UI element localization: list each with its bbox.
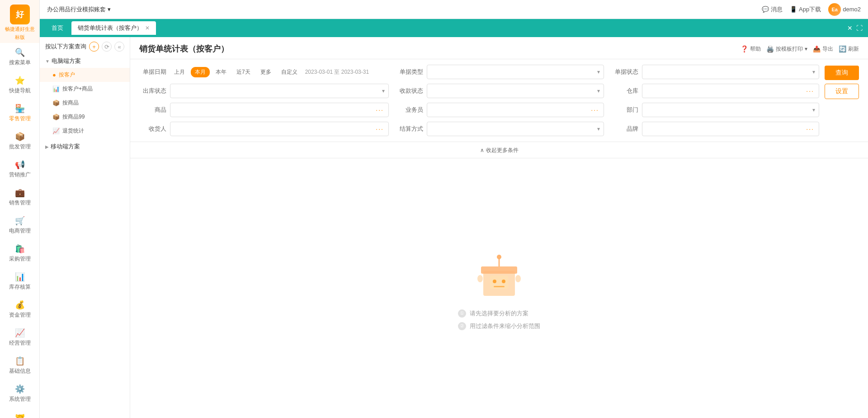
sidebar-item-basic-info-label: 基础信息 [9,367,31,375]
empty-hint-2: ② 用过滤条件来缩小分析范围 [458,322,540,330]
filter-row-3: 商品 ··· 业务员 ··· [139,103,819,117]
product-input[interactable]: ··· [170,103,389,117]
scheme-group-desktop-title[interactable]: ▼ 电脑端方案 [40,54,130,68]
message-btn[interactable]: 💬 消息 [762,5,783,14]
doc-type-arrow-icon: ▾ [597,69,600,75]
add-scheme-btn[interactable]: + [89,42,99,52]
warehouse-input[interactable]: ··· [642,84,819,98]
username: demo2 [843,6,861,13]
scheme-item-by-product-99[interactable]: 📦 按商品99 [40,110,130,124]
empty-hint-1-text: 请先选择要分析的方案 [470,309,528,318]
template-print-btn[interactable]: 🖨️ 按模板打印 ▾ [766,45,807,53]
filter-row-4: 收货人 ··· 结算方式 ▾ [139,122,819,136]
sidebar-item-business-label: 经营管理 [9,339,31,347]
window-controls: ✕ ⛶ [847,24,863,32]
page-title-bar: 销货单统计表（按客户） ❓ 帮助 🖨️ 按模板打印 ▾ 📤 导出 [130,37,868,59]
inventory-icon: 📊 [15,272,25,282]
refresh-scheme-btn[interactable]: ⟳ [102,42,112,52]
collapse-more-btn[interactable]: ∧ 收起更多条件 [480,147,519,154]
close-window-icon[interactable]: ✕ [847,24,853,32]
doc-type-select[interactable]: ▾ [427,65,604,79]
scheme-item-by-product[interactable]: 📦 按商品 [40,96,130,110]
settle-select[interactable]: ▾ [427,122,604,136]
date-this-month[interactable]: 本月 [191,67,210,77]
scheme-group-mobile-title[interactable]: ▶ 移动端方案 [40,140,130,153]
maximize-window-icon[interactable]: ⛶ [856,24,863,32]
brand-input[interactable]: ··· [642,122,819,136]
warehouse-dots-icon: ··· [806,87,814,95]
export-btn[interactable]: 📤 导出 [813,45,833,53]
template-print-label: 按模板打印 [776,45,803,53]
tab-home[interactable]: 首页 [45,21,70,35]
sidebar-item-marketing[interactable]: 📢 营销推广 [0,155,39,183]
download-icon: 📱 [790,6,797,13]
scheme-item-return-stats[interactable]: 📈 退货统计 [40,124,130,138]
consignee-input[interactable]: ··· [170,122,389,136]
scheme-item-by-customer-product[interactable]: 📊 按客户+商品 [40,82,130,96]
settle-label: 结算方式 [396,125,423,133]
logo-subtitle: 标版 [15,34,25,41]
dept-select[interactable]: ▾ [642,103,819,117]
export-label: 导出 [822,45,833,53]
sidebar-item-cooperation[interactable]: 🤝 企业协同 [0,408,39,418]
date-last-month[interactable]: 上月 [170,67,189,77]
hint-num-1: ① [458,309,466,318]
wholesale-icon: 📦 [15,132,25,142]
logo-text: 畅捷通好生意 [5,26,35,33]
salesperson-input[interactable]: ··· [427,103,604,117]
date-shortcuts: 上月 本月 本年 近7天 更多 自定义 [170,67,302,77]
sidebar-item-basic-info[interactable]: 📋 基础信息 [0,352,39,380]
sidebar-item-inventory[interactable]: 📊 库存核算 [0,267,39,295]
by-customer-product-icon: 📊 [52,86,60,92]
collapse-scheme-btn[interactable]: « [114,42,124,52]
user-profile-btn[interactable]: Ea demo2 [828,3,861,16]
receipt-status-select[interactable]: ▾ [427,84,604,98]
industry-dropdown-icon: ▾ [108,6,111,13]
sidebar-item-finance[interactable]: 💰 资金管理 [0,295,39,323]
sidebar-item-quick-nav[interactable]: ⭐ 快捷导航 [0,71,39,99]
sidebar-item-purchase[interactable]: 🛍️ 采购管理 [0,239,39,267]
svg-point-7 [497,255,501,259]
basic-info-icon: 📋 [15,356,25,366]
out-status-arrow-icon: ▾ [382,88,385,94]
sidebar-item-ecommerce[interactable]: 🛒 电商管理 [0,211,39,239]
scheme-panel-actions: + ⟳ « [89,42,124,52]
filter-right: 查询 设置 [825,65,859,99]
settings-button[interactable]: 设置 [825,84,859,99]
sidebar-item-retail[interactable]: 🏪 零售管理 [0,99,39,127]
tab-close-icon[interactable]: ✕ [145,25,150,31]
out-status-select[interactable]: ▾ [170,84,389,98]
filter-row-2: 出库状态 ▾ 收款状态 ▾ [139,84,819,98]
filter-area: 单据日期 上月 本月 本年 近7天 更多 自定义 2023-03-01 至 20… [130,59,868,142]
doc-status-select[interactable]: ▾ [642,65,819,79]
sidebar-item-business[interactable]: 📈 经营管理 [0,323,39,352]
svg-point-3 [493,280,496,283]
salesperson-dots-icon: ··· [591,106,599,114]
print-icon: 🖨️ [766,45,774,52]
industry-name: 办公用品行业模拟账套 [47,5,106,14]
sidebar-item-system[interactable]: ⚙️ 系统管理 [0,380,39,408]
product-dots-icon: ··· [376,106,384,114]
tab-sales-stats[interactable]: 销货单统计表（按客户） ✕ [71,21,156,35]
date-custom[interactable]: 自定义 [277,67,302,77]
date-more[interactable]: 更多 [256,67,275,77]
dept-arrow-icon: ▾ [812,107,815,113]
date-last-7-days[interactable]: 近7天 [232,67,255,77]
refresh-btn[interactable]: 🔄 刷新 [839,45,859,53]
sidebar-item-wholesale[interactable]: 📦 批发管理 [0,127,39,155]
date-this-year[interactable]: 本年 [212,67,231,77]
logo-icon: 好 [10,5,30,24]
sidebar-item-search[interactable]: 🔍 搜索菜单 [0,43,39,71]
sidebar-item-sales[interactable]: 💼 销售管理 [0,183,39,211]
purchase-icon: 🛍️ [15,244,25,254]
ecommerce-icon: 🛒 [15,216,25,226]
app-download-btn[interactable]: 📱 App下载 [790,5,821,14]
sidebar-item-finance-label: 资金管理 [9,311,31,319]
help-label: 帮助 [750,45,761,53]
industry-selector[interactable]: 办公用品行业模拟账套 ▾ [47,5,111,14]
by-product-icon: 📦 [52,100,60,106]
query-button[interactable]: 查询 [825,66,859,80]
message-icon: 💬 [762,6,769,13]
scheme-item-by-customer[interactable]: ● 按客户 [40,68,130,82]
help-btn[interactable]: ❓ 帮助 [741,45,761,53]
